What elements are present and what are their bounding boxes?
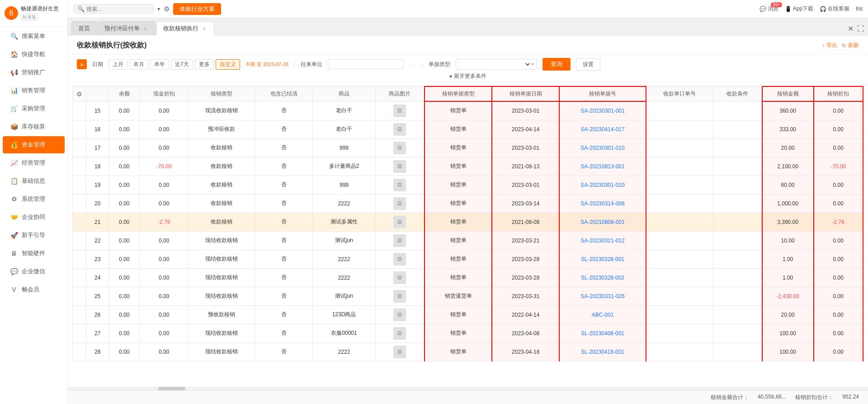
sidebar-item-quicknav[interactable]: 🏠 快捷导航 <box>3 46 65 63</box>
message-button[interactable]: 💬 消息 99+ <box>760 5 778 13</box>
write-off-amount-cell: 1.00 <box>762 268 814 287</box>
sidebar-item-guide[interactable]: 🚀 新手引导 <box>3 227 65 244</box>
bill-type-dropdown[interactable] <box>456 59 531 69</box>
bill-report-no-link[interactable]: SA-20230301-010 <box>580 145 624 151</box>
sidebar-item-funds[interactable]: 💰 资金管理 <box>3 136 65 153</box>
bill-report-no-link[interactable]: SL-20230408-001 <box>581 330 624 337</box>
topbar-chevron-icon[interactable]: ▾ <box>157 6 160 12</box>
horizontal-scrollbar[interactable] <box>68 387 868 390</box>
balance-cell: 0.00 <box>109 342 140 361</box>
app-download-button[interactable]: 📱 App下载 <box>785 5 813 13</box>
tab-close-icon[interactable]: × <box>142 25 149 32</box>
bill-report-no-cell[interactable]: SL-20230328-002 <box>559 268 646 287</box>
bill-report-no-cell[interactable]: ABC-001 <box>559 305 646 324</box>
bill-report-no-link[interactable]: SL-20230328-002 <box>581 275 624 281</box>
query-button[interactable]: 查询 <box>542 58 571 71</box>
bill-report-no-link[interactable]: SA-20230331-026 <box>580 293 624 299</box>
sidebar-item-search[interactable]: 🔍 搜索菜单 <box>3 28 65 45</box>
tab-prepay[interactable]: 预付冲应付单 × <box>98 21 156 35</box>
collection-order-no-cell <box>646 287 713 305</box>
user-name[interactable]: Rit <box>856 6 863 12</box>
write-off-discount-cell: 0.00 <box>814 250 863 268</box>
date-last-month-btn[interactable]: 上月 <box>108 59 127 70</box>
sidebar-item-purchase[interactable]: 🛒 采购管理 <box>3 100 65 117</box>
topbar-search-box[interactable]: 🔍 <box>73 4 154 14</box>
bill-report-type-cell: 销货单 <box>425 120 492 138</box>
bill-report-no-cell[interactable]: SA-20230321-012 <box>559 231 646 250</box>
refresh-button[interactable]: ↻ 刷新 <box>842 42 859 49</box>
sidebar-item-hardware[interactable]: 🖥 智能硬件 <box>3 245 65 262</box>
date-7days-btn[interactable]: 近7天 <box>171 59 193 70</box>
gear-column-header[interactable]: ⚙ <box>73 86 86 101</box>
product-cell: 测试多属性 <box>313 213 376 231</box>
scrollbar-thumb[interactable] <box>158 387 185 390</box>
sidebar-item-operations[interactable]: 📈 经营管理 <box>3 154 65 171</box>
bill-report-no-link[interactable]: SL-20230328-001 <box>581 256 624 262</box>
tab-collection[interactable]: 收款核销执行 × <box>156 21 214 35</box>
sidebar-item-system[interactable]: ⚙ 系统管理 <box>3 190 65 208</box>
table-settings-icon[interactable]: ⚙ <box>76 90 82 98</box>
bill-report-no-cell[interactable]: SL-20230328-001 <box>559 250 646 268</box>
balance-cell: 0.00 <box>109 305 140 324</box>
sidebar-item-sales[interactable]: 📊 销售管理 <box>3 82 65 99</box>
sidebar-item-enterprise[interactable]: 🤝 企业协同 <box>3 209 65 226</box>
sidebar-item-label: 快捷导航 <box>22 50 45 58</box>
bill-report-no-link[interactable]: SA-20230414-017 <box>580 126 624 133</box>
date-custom-btn[interactable]: 自定义 <box>216 59 240 70</box>
sidebar-item-member[interactable]: V 畅会员 <box>3 281 65 298</box>
sales-icon: 📊 <box>10 86 18 95</box>
counterparty-input[interactable] <box>328 59 404 69</box>
search-input[interactable] <box>86 6 150 12</box>
sidebar-item-inventory[interactable]: 📦 库存核算 <box>3 118 65 135</box>
sidebar-item-basics[interactable]: 📋 基础信息 <box>3 172 65 190</box>
bill-report-no-cell[interactable]: SA-20230331-026 <box>559 287 646 305</box>
bill-report-type-cell: 销货单 <box>425 213 492 231</box>
bill-type-select[interactable]: ▾ <box>456 59 537 70</box>
gear-cell <box>73 138 86 157</box>
close-window-icon[interactable]: ✕ <box>848 24 854 33</box>
tab-home[interactable]: 首页 <box>71 21 97 35</box>
bill-report-no-cell[interactable]: SA-20230314-008 <box>559 194 646 213</box>
sidebar-item-wechat[interactable]: 💬 企业微信 <box>3 263 65 280</box>
bill-report-no-cell[interactable]: SL-20230418-001 <box>559 342 646 361</box>
date-more-btn[interactable]: 更多 <box>195 59 214 70</box>
topbar-gear-icon[interactable]: ⚙ <box>164 5 170 13</box>
bill-report-no-link[interactable]: ABC-001 <box>592 312 614 318</box>
bill-report-no-link[interactable]: SA-20210813-001 <box>580 163 624 170</box>
write-off-discount-cell: -70.00 <box>814 157 863 176</box>
date-this-year-btn[interactable]: 本年 <box>150 59 169 70</box>
collection-condition-cell <box>713 231 762 250</box>
cash-discount-cell: -2.76 <box>140 213 189 231</box>
bill-report-date-column-header: 核销单据日期 <box>492 86 559 101</box>
bill-report-no-cell[interactable]: SL-20230408-001 <box>559 324 646 342</box>
filter-bar: » 日期 上月 本月 本年 近7天 更多 自定义 不限 至 2023-07-26… <box>68 54 868 86</box>
export-button[interactable]: ↑ 导出 <box>822 42 837 49</box>
sidebar-item-marketing[interactable]: 📢 营销推广 <box>3 64 65 81</box>
expand-conditions[interactable]: ▾ 展开更多条件 <box>77 71 859 82</box>
filter-toggle-button[interactable]: » <box>77 59 87 69</box>
balance-cell: 0.00 <box>109 268 140 287</box>
bill-report-no-cell[interactable]: SA-20230301-010 <box>559 138 646 157</box>
bill-report-no-link[interactable]: SA-20230301-010 <box>580 182 624 188</box>
tab-close-icon[interactable]: × <box>201 25 208 32</box>
bill-report-no-cell[interactable]: SA-20210813-001 <box>559 157 646 176</box>
online-service-button[interactable]: 🎧 在线客服 <box>820 5 849 13</box>
solution-button[interactable]: 体验行业方案 <box>173 3 221 15</box>
sidebar-logo: 6 畅捷通谱好生意 标准版 <box>0 0 67 27</box>
bill-report-no-link[interactable]: SA-20210808-001 <box>580 219 624 225</box>
bill-report-no-link[interactable]: SA-20230314-008 <box>580 200 624 207</box>
maximize-icon[interactable]: ⛶ <box>857 25 864 33</box>
dropdown-arrow-icon: ▾ <box>531 61 537 67</box>
settings-button[interactable]: 设置 <box>576 58 600 71</box>
bill-report-no-link[interactable]: SA-20230301-001 <box>580 108 624 114</box>
total-amount-value: 40,556,66... <box>758 394 786 401</box>
include-settled-cell: 否 <box>255 324 313 342</box>
date-this-month-btn[interactable]: 本月 <box>129 59 148 70</box>
separator: | <box>294 61 295 67</box>
bill-report-no-cell[interactable]: SA-20230301-001 <box>559 101 646 120</box>
bill-report-no-cell[interactable]: SA-20230414-017 <box>559 120 646 138</box>
bill-report-no-link[interactable]: SL-20230418-001 <box>581 349 624 355</box>
bill-report-no-cell[interactable]: SA-20210808-001 <box>559 213 646 231</box>
bill-report-no-cell[interactable]: SA-20230301-010 <box>559 176 646 194</box>
bill-report-no-link[interactable]: SA-20230321-012 <box>580 238 624 244</box>
